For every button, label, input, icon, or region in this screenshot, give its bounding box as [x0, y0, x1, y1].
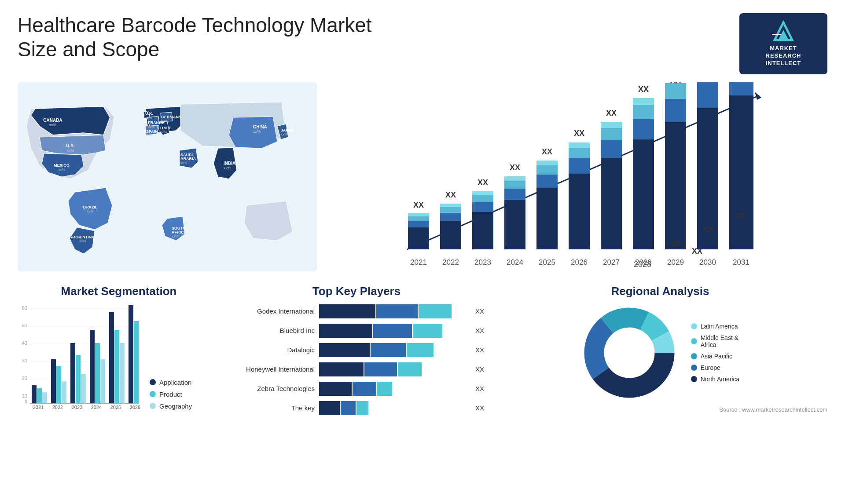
dot-north-america: [691, 376, 697, 382]
player-xx-1: XX: [475, 327, 484, 334]
player-bar-dark-4: [319, 382, 352, 396]
label-asia-pacific: Asia Pacific: [701, 353, 732, 360]
svg-text:xx%: xx%: [161, 119, 168, 123]
svg-text:2026: 2026: [571, 258, 588, 267]
seg-legend: Application Product Geography: [150, 379, 192, 410]
logo: MARKET RESEARCH INTELLECT: [739, 13, 827, 74]
label-middle-east: Middle East &Africa: [701, 334, 738, 348]
svg-text:XX: XX: [670, 82, 681, 84]
legend-label-product: Product: [159, 391, 182, 398]
bottom-row: Market Segmentation 60 50 40 30 20 10 0: [18, 285, 827, 415]
svg-rect-88: [729, 82, 753, 95]
svg-text:2022: 2022: [52, 405, 63, 410]
svg-rect-39: [408, 227, 429, 249]
svg-text:2023: 2023: [72, 405, 82, 410]
svg-rect-46: [440, 207, 461, 213]
svg-rect-50: [472, 202, 493, 212]
svg-point-146: [605, 329, 654, 377]
logo-icon: [770, 20, 797, 42]
player-bar-mid-0: [376, 304, 418, 318]
donut-chart: [581, 304, 678, 401]
top-row: CANADA xx% U.S. xx% MEXICO xx% BRAZIL xx…: [18, 82, 827, 271]
svg-text:xx%: xx%: [253, 129, 261, 134]
regional-section: Regional Analysis: [493, 285, 827, 413]
regional-legend: Latin America Middle East &Africa Asia P…: [691, 323, 740, 383]
svg-rect-134: [134, 321, 139, 403]
svg-text:JAPAN: JAPAN: [281, 128, 294, 132]
svg-text:30: 30: [22, 358, 27, 363]
svg-text:xx%: xx%: [224, 166, 231, 170]
svg-rect-40: [408, 221, 429, 227]
svg-rect-118: [32, 385, 37, 403]
player-bar-3: [319, 362, 467, 376]
svg-text:2027: 2027: [603, 258, 620, 267]
svg-rect-87: [729, 95, 753, 249]
svg-text:2021: 2021: [410, 258, 427, 267]
player-bar-mid-5: [341, 401, 356, 415]
player-name-4: Zebra Technologies: [229, 385, 315, 392]
legend-dot-geography: [150, 403, 156, 409]
svg-text:XX: XX: [510, 163, 520, 172]
svg-text:xx%: xx%: [146, 133, 153, 137]
dot-europe: [691, 365, 697, 371]
svg-text:xx%: xx%: [87, 209, 93, 213]
segmentation-chart: 60 50 40 30 20 10 0: [18, 304, 141, 410]
svg-rect-77: [633, 98, 654, 105]
svg-rect-49: [472, 212, 493, 249]
svg-rect-127: [90, 330, 95, 403]
list-item: Bluebird Inc XX: [229, 324, 484, 338]
svg-text:XX: XX: [542, 147, 552, 156]
svg-text:50: 50: [22, 323, 27, 328]
svg-text:xx%: xx%: [79, 239, 86, 243]
svg-text:xx%: xx%: [49, 123, 56, 127]
svg-text:xx%: xx%: [160, 130, 167, 134]
dot-asia-pacific: [691, 353, 697, 359]
svg-text:60: 60: [22, 305, 27, 310]
svg-rect-44: [440, 221, 461, 249]
svg-text:XX: XX: [478, 178, 488, 187]
source-text: Source : www.marketresearchintellect.com: [493, 406, 827, 413]
svg-text:xx%: xx%: [66, 148, 74, 153]
legend-latin-america: Latin America: [691, 323, 740, 330]
svg-rect-126: [81, 374, 86, 403]
header: Healthcare Barcode Technology Market Siz…: [18, 13, 827, 74]
svg-text:10: 10: [22, 393, 27, 398]
svg-text:XX: XX: [736, 212, 746, 220]
svg-rect-121: [51, 359, 56, 403]
svg-rect-124: [70, 343, 75, 403]
player-xx-2: XX: [475, 346, 484, 354]
svg-text:2024: 2024: [91, 405, 102, 410]
svg-rect-67: [569, 142, 590, 148]
list-item: Honeywell International XX: [229, 362, 484, 376]
svg-rect-60: [536, 175, 558, 188]
svg-rect-123: [62, 381, 66, 403]
svg-rect-125: [76, 355, 81, 403]
svg-rect-47: [440, 204, 461, 207]
dot-middle-east: [691, 338, 697, 344]
svg-rect-122: [56, 366, 61, 403]
legend-asia-pacific: Asia Pacific: [691, 353, 740, 360]
seg-inner: 60 50 40 30 20 10 0: [18, 304, 220, 410]
svg-rect-132: [120, 343, 125, 403]
player-bar-mid-1: [373, 324, 412, 338]
svg-text:XX: XX: [574, 129, 584, 138]
svg-text:U.S.: U.S.: [66, 143, 75, 148]
growth-bar-chart: XX XX XX XX: [330, 82, 827, 271]
svg-text:CANADA: CANADA: [43, 118, 62, 123]
svg-rect-128: [95, 343, 100, 403]
svg-text:GERMANY: GERMANY: [161, 115, 181, 119]
dot-latin-america: [691, 323, 697, 329]
player-bar-light-4: [377, 382, 392, 396]
svg-text:2029: 2029: [667, 258, 684, 267]
svg-text:2028: 2028: [635, 258, 652, 267]
legend-middle-east: Middle East &Africa: [691, 334, 740, 348]
list-item: The key XX: [229, 401, 484, 415]
svg-text:2024: 2024: [507, 258, 523, 267]
donut-svg: [581, 304, 678, 401]
svg-rect-45: [440, 213, 461, 221]
svg-rect-85: [697, 82, 718, 108]
svg-rect-41: [408, 216, 429, 221]
player-bar-light-0: [419, 304, 451, 318]
svg-text:CHINA: CHINA: [253, 124, 267, 129]
svg-rect-59: [536, 188, 558, 249]
